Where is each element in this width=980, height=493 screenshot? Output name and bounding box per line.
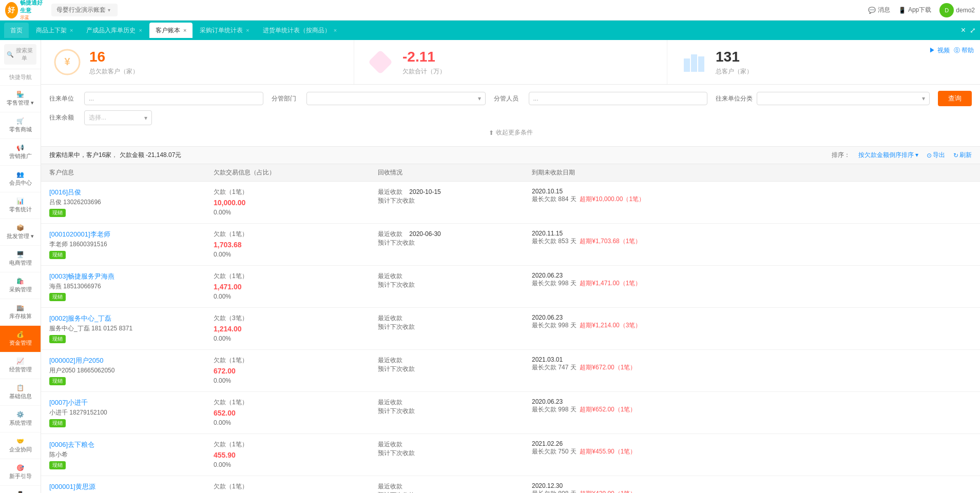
sidebar-item-batch-mgmt[interactable]: 📦 批发管理 ▾ <box>0 219 41 246</box>
tab-customer-account-close[interactable]: × <box>183 27 186 33</box>
help-btn[interactable]: ⓪ 帮助 <box>954 46 974 55</box>
sidebar-item-business[interactable]: 📈 经营管理 <box>0 352 41 379</box>
sidebar-item-app-center[interactable]: 📱 应用中心 <box>0 486 41 493</box>
export-btn[interactable]: ⊙ 导出 <box>927 151 945 160</box>
tab-product-history-close[interactable]: × <box>139 27 142 33</box>
overdue-info-3: 2020.06.23 最长欠款 998 天 超期¥1,471.00（1笔） <box>532 272 972 288</box>
sidebar-item-inventory[interactable]: 🏬 库存核算 <box>0 299 41 326</box>
customer-info-4: [0002]服务中心_丁磊 服务中心_丁磊 181 0125 8371 现销 <box>49 314 214 343</box>
customer-name-7[interactable]: [0006]去下粮仓 <box>49 441 94 448</box>
sidebar-item-newbie[interactable]: 🎯 新手引导 <box>0 459 41 486</box>
app-download-btn[interactable]: 📱 App下载 <box>898 6 931 14</box>
sidebar-item-system[interactable]: ⚙️ 系统管理 <box>0 406 41 432</box>
filter-vendor-type-select[interactable]: ▾ <box>757 92 930 105</box>
sidebar-item-member[interactable]: 👥 会员中心 <box>0 166 41 192</box>
overdue-amount-2[interactable]: 超期¥1,703.68（1笔） <box>580 238 641 245</box>
table-container: 客户信息 欠款交易信息（占比） 回收情况 到期未收款日期 [0016]吕俊 吕俊… <box>41 164 980 493</box>
debt-amount-6: 652.00 <box>214 409 378 417</box>
app-center-icon: 📱 <box>16 491 24 493</box>
tab-product-history[interactable]: 产成品入库单历史 × <box>80 23 148 38</box>
tab-stock-stats-close[interactable]: × <box>334 27 337 33</box>
tab-stock-stats[interactable]: 进货单统计表（按商品） × <box>257 23 343 38</box>
filter-vendor: 往来单位 ... <box>49 92 263 105</box>
customer-tag-1: 现销 <box>49 209 66 217</box>
retail-mall-icon: 🛒 <box>16 117 24 125</box>
video-btn[interactable]: ▶ 视频 <box>929 46 949 55</box>
last-collection-4: 最近收款 <box>378 314 532 323</box>
user-profile[interactable]: D demo2 <box>939 3 975 17</box>
business-icon: 📈 <box>16 358 24 365</box>
sidebar-item-retail-mall[interactable]: 🛒 零售商城 <box>0 112 41 139</box>
tab-purchase-order[interactable]: 采购订单统计表 × <box>194 23 255 38</box>
tab-home[interactable]: 首页 <box>4 23 29 38</box>
stat-label-total-debt: 欠款合计（万） <box>402 67 446 76</box>
sidebar-item-basic-info[interactable]: 📋 基础信息 <box>0 379 41 406</box>
filter-vendor-input[interactable]: ... <box>84 92 263 105</box>
sidebar-item-enterprise-coop-label: 企业协同 <box>9 446 32 453</box>
retail-mgmt-icon: 🏪 <box>16 91 24 98</box>
sidebar-item-retail-stats[interactable]: 📊 零售统计 <box>0 192 41 219</box>
customer-info-6: [0007]小进千 小进千 18279152100 现销 <box>49 398 214 427</box>
table-header: 客户信息 欠款交易信息（占比） 回收情况 到期未收款日期 <box>41 164 980 182</box>
search-button[interactable]: 查询 <box>938 91 972 106</box>
customer-name-6[interactable]: [0007]小进千 <box>49 399 88 406</box>
logo-icon: 好 <box>5 2 18 18</box>
sidebar-item-retail-mgmt[interactable]: 🏪 零售管理 ▾ <box>0 86 41 112</box>
sidebar-item-marketing-label: 营销推广 <box>9 152 32 160</box>
nav-tabs: 首页 商品上下架 × 产成品入库单历史 × 客户账本 × 采购订单统计表 × 进… <box>0 21 980 40</box>
tab-customer-account[interactable]: 客户账本 × <box>149 23 193 38</box>
overdue-amount-7[interactable]: 超期¥455.90（1笔） <box>580 448 636 455</box>
sidebar-item-purchase[interactable]: 🛍️ 采购管理 <box>0 272 41 299</box>
sidebar-item-capital[interactable]: 💰 资金管理 <box>0 326 41 352</box>
message-btn[interactable]: 💬 消息 <box>868 6 890 14</box>
table-row: [000002]用户2050 用户2050 18665062050 现销 欠款（… <box>41 350 980 392</box>
overdue-amount-3[interactable]: 超期¥1,471.00（1笔） <box>580 280 641 287</box>
due-date-4: 2020.06.23 <box>532 314 972 321</box>
filter-balance-select[interactable]: 选择... ▾ <box>84 110 152 125</box>
overdue-amount-5[interactable]: 超期¥672.00（1笔） <box>580 364 636 371</box>
overdue-amount-4[interactable]: 超期¥1,214.00（3笔） <box>580 322 641 329</box>
debt-percent-3: 0.00% <box>214 293 378 300</box>
tab-purchase-order-close[interactable]: × <box>246 27 249 33</box>
customer-name-5[interactable]: [000002]用户2050 <box>49 357 104 364</box>
sort-select[interactable]: 按欠款金额倒序排序 ▾ <box>858 151 918 160</box>
debt-count-5: 欠款（1笔） <box>214 356 378 365</box>
overdue-amount-8[interactable]: 超期¥429.00（1笔） <box>580 490 636 493</box>
table-row: [000001]黄思源 黄思源 13552700226 现销 欠款（1笔） 42… <box>41 476 980 493</box>
tab-product-online[interactable]: 商品上下架 × <box>30 23 79 38</box>
stat-label-total-customers: 总客户（家） <box>716 67 753 76</box>
close-all-tabs-btn[interactable]: × <box>961 26 966 35</box>
sidebar-item-inventory-label: 库存核算 <box>9 312 32 320</box>
customer-name-4[interactable]: [0002]服务中心_丁磊 <box>49 314 111 322</box>
sidebar-item-marketing[interactable]: 📢 营销推广 <box>0 139 41 166</box>
filter-balance-label: 往来余额 <box>49 113 80 122</box>
tab-product-online-close[interactable]: × <box>70 27 73 33</box>
sidebar-item-ecommerce[interactable]: 🖥️ 电商管理 <box>0 246 41 272</box>
customer-name-8[interactable]: [000001]黄思源 <box>49 483 95 490</box>
filter-manager-input[interactable]: ... <box>529 92 708 105</box>
overdue-days-4: 最长欠款 998 天 超期¥1,214.00（3笔） <box>532 321 972 330</box>
debt-count-8: 欠款（1笔） <box>214 482 378 491</box>
filter-balance-chevron: ▾ <box>144 114 147 122</box>
refresh-btn[interactable]: ↻ 刷新 <box>953 151 972 160</box>
filter-dept-select[interactable]: ▾ <box>306 92 486 105</box>
refresh-label: 刷新 <box>959 151 972 160</box>
overdue-amount-6[interactable]: 超期¥652.00（1笔） <box>580 406 636 413</box>
stats-row: ¥ 16 总欠款客户（家） -2.11 欠款合计（万） <box>41 40 980 85</box>
customer-name-2[interactable]: [0001020001]李老师 <box>49 230 110 238</box>
message-label: 消息 <box>878 6 890 14</box>
debt-percent-1: 0.00% <box>214 209 378 216</box>
overdue-days-6: 最长欠款 998 天 超期¥652.00（1笔） <box>532 405 972 414</box>
expand-btn[interactable]: ⤢ <box>970 26 976 34</box>
sidebar: 🔍 搜索菜单 快捷导航 🏪 零售管理 ▾ 🛒 零售商城 📢 营销推广 👥 会员中… <box>0 40 41 493</box>
sidebar-item-newbie-label: 新手引导 <box>9 472 32 480</box>
collapse-filter-btn[interactable]: ⬆ 收起更多条件 <box>49 125 972 140</box>
sidebar-item-enterprise-coop[interactable]: 🤝 企业协同 <box>0 432 41 459</box>
search-menu-btn[interactable]: 🔍 搜索菜单 <box>4 44 36 65</box>
customer-name-3[interactable]: [0003]畅捷服务尹海燕 <box>49 272 114 280</box>
logo-area: 好 畅捷通好生意 示蓝 <box>5 0 46 21</box>
overdue-amount-1[interactable]: 超期¥10,000.00（1笔） <box>580 195 645 203</box>
customer-name-1[interactable]: [0016]吕俊 <box>49 188 81 196</box>
top-right-actions: 💬 消息 📱 App下载 D demo2 <box>868 3 975 17</box>
store-selector[interactable]: 母婴行业演示账套 ▾ <box>51 4 118 16</box>
